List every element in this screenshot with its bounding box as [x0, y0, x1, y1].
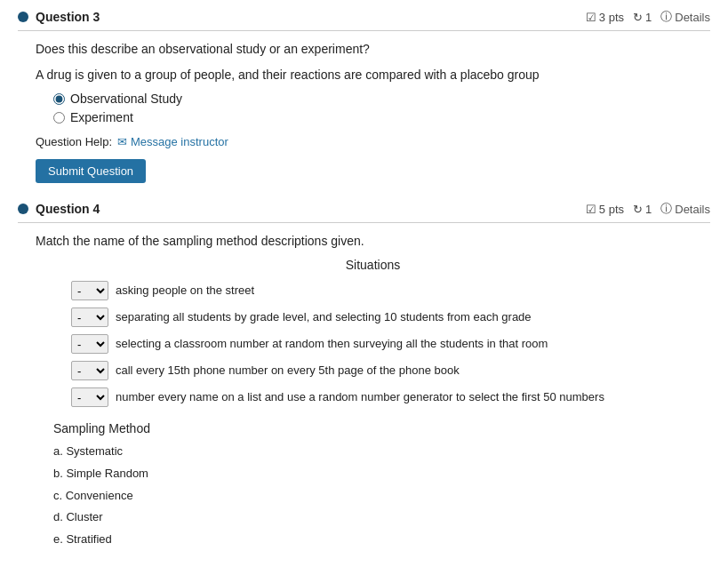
question-3-title: Question 3 [36, 10, 100, 24]
situation-5-text: number every name on a list and use a ra… [116, 387, 604, 406]
question-3-prompt1: Does this describe an observational stud… [36, 40, 710, 59]
question-4-details-badge[interactable]: ⓘ Details [660, 201, 710, 217]
question-3-bullet [18, 12, 28, 22]
situations-list: -abcde asking people on the street -abcd… [71, 281, 710, 407]
question-4-retry: 1 [645, 203, 652, 216]
question-3-retry-badge: ↻ 1 [633, 11, 652, 24]
question-3-body: Does this describe an observational stud… [18, 40, 710, 183]
sampling-method-b: b. Simple Random [53, 465, 710, 483]
question-4-prompt: Match the name of the sampling method de… [36, 232, 710, 251]
question-3-help: Question Help: ✉ Message instructor [36, 135, 710, 148]
question-4-pts: 5 pts [599, 203, 624, 216]
question-4-title-group: Question 4 [18, 202, 100, 216]
situation-3-text: selecting a classroom number at random t… [116, 334, 548, 353]
situations-label: Situations [36, 258, 710, 272]
situation-2-select[interactable]: -abcde [71, 307, 108, 327]
question-3-retry: 1 [645, 11, 652, 24]
situation-2-text: separating all students by grade level, … [116, 307, 532, 326]
question-3-header: Question 3 ☑ 3 pts ↻ 1 ⓘ Details [18, 9, 710, 31]
situation-row-4: -abcde call every 15th phone number on e… [71, 361, 710, 380]
help-label: Question Help: [36, 135, 112, 148]
retry-icon-q4: ↻ [633, 203, 643, 216]
question-3-meta: ☑ 3 pts ↻ 1 ⓘ Details [586, 9, 710, 25]
sampling-method-title: Sampling Method [53, 421, 710, 435]
question-3-pts-badge: ☑ 3 pts [586, 11, 624, 24]
radio-observational[interactable] [53, 93, 65, 105]
question-4-pts-badge: ☑ 5 pts [586, 203, 624, 216]
sampling-method-e: e. Stratified [53, 531, 710, 549]
situation-1-select[interactable]: -abcde [71, 281, 108, 300]
situation-row-5: -abcde number every name on a list and u… [71, 387, 710, 407]
sampling-method-section: Sampling Method a. Systematic b. Simple … [36, 421, 710, 549]
info-icon-q4: ⓘ [660, 201, 672, 217]
situation-5-select[interactable]: -abcde [71, 387, 108, 407]
situation-row-1: -abcde asking people on the street [71, 281, 710, 300]
situation-4-select[interactable]: -abcde [71, 361, 108, 380]
option-experiment[interactable]: Experiment [36, 110, 710, 124]
envelope-icon: ✉ [117, 135, 127, 148]
situation-row-2: -abcde separating all students by grade … [71, 307, 710, 327]
label-observational: Observational Study [70, 92, 182, 106]
message-instructor-link[interactable]: ✉ Message instructor [117, 135, 228, 148]
question-3-pts: 3 pts [599, 11, 624, 24]
question-4-retry-badge: ↻ 1 [633, 203, 652, 216]
check-icon: ☑ [586, 11, 596, 24]
check-icon-q4: ☑ [586, 203, 596, 216]
question-4-details-link[interactable]: Details [675, 203, 710, 216]
situation-row-3: -abcde selecting a classroom number at r… [71, 334, 710, 354]
question-3-prompt2: A drug is given to a group of people, an… [36, 66, 710, 84]
question-4-header: Question 4 ☑ 5 pts ↻ 1 ⓘ Details [18, 201, 710, 223]
question-4-title: Question 4 [36, 202, 100, 216]
info-icon: ⓘ [660, 9, 672, 25]
question-3-details-link[interactable]: Details [675, 11, 710, 24]
sampling-method-a: a. Systematic [53, 443, 710, 461]
situation-4-text: call every 15th phone number on every 5t… [116, 361, 460, 379]
message-instructor-label: Message instructor [131, 135, 228, 148]
retry-icon: ↻ [633, 11, 643, 24]
question-4-body: Match the name of the sampling method de… [18, 232, 710, 549]
question-3-details-badge[interactable]: ⓘ Details [660, 9, 710, 25]
question-4-meta: ☑ 5 pts ↻ 1 ⓘ Details [586, 201, 710, 217]
radio-experiment[interactable] [53, 112, 65, 124]
question-3-block: Question 3 ☑ 3 pts ↻ 1 ⓘ Details Does th… [18, 9, 710, 183]
option-observational[interactable]: Observational Study [36, 92, 710, 106]
question-3-title-group: Question 3 [18, 10, 100, 24]
question-4-bullet [18, 204, 28, 214]
sampling-method-d: d. Cluster [53, 508, 710, 527]
question-4-block: Question 4 ☑ 5 pts ↻ 1 ⓘ Details Match t… [18, 201, 710, 549]
label-experiment: Experiment [70, 110, 133, 124]
submit-question-3-button[interactable]: Submit Question [36, 159, 146, 183]
situation-1-text: asking people on the street [116, 281, 254, 299]
sampling-method-c: c. Convenience [53, 487, 710, 506]
situation-3-select[interactable]: -abcde [71, 334, 108, 354]
